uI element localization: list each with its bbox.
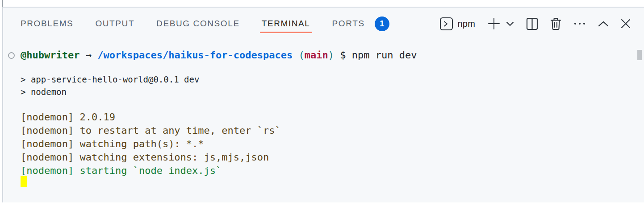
command-decoration-icon[interactable] <box>8 52 15 59</box>
tab-debug-console[interactable]: DEBUG CONSOLE <box>156 13 240 34</box>
npm-script-output: > app-service-hello-world@0.0.1 dev> nod… <box>21 73 199 98</box>
new-terminal-button[interactable] <box>487 17 501 30</box>
terminal-output-line: > nodemon <box>21 86 199 98</box>
prompt-cwd: /workspaces/haikus-for-codespaces <box>97 49 293 61</box>
editor-divider <box>2 0 3 7</box>
terminal-cursor <box>21 176 27 187</box>
ports-count-badge: 1 <box>375 16 389 31</box>
plus-icon <box>487 17 501 30</box>
terminal-output-line: [nodemon] 2.0.19 <box>21 111 281 124</box>
close-panel-button[interactable] <box>621 19 631 29</box>
new-terminal-group <box>487 17 514 30</box>
prompt-paren-close: ) <box>328 49 334 61</box>
launch-profile-dropdown[interactable] <box>506 21 514 26</box>
tab-ports[interactable]: PORTS <box>332 13 365 34</box>
terminal-output-line: [nodemon] watching path(s): *.* <box>21 137 281 151</box>
tab-ports-wrap: PORTS 1 <box>332 13 389 34</box>
terminal-output-line: [nodemon] to restart at any time, enter … <box>21 124 281 137</box>
panel-tabs: PROBLEMS OUTPUT DEBUG CONSOLE TERMINAL P… <box>21 13 389 34</box>
terminal-output-line: [nodemon] starting `node index.js` <box>21 164 281 177</box>
shell-label: npm <box>457 19 475 29</box>
maximize-panel-button[interactable] <box>598 21 609 27</box>
terminal-scrollbar-thumb[interactable] <box>637 50 642 60</box>
terminal-output-line: [nodemon] watching extensions: js,mjs,js… <box>21 151 281 164</box>
editor-area-above <box>0 0 644 7</box>
prompt-command: $ npm run dev <box>340 49 417 61</box>
tab-problems[interactable]: PROBLEMS <box>21 13 73 34</box>
trash-icon <box>550 17 561 30</box>
terminal-actions: npm <box>439 17 631 31</box>
prompt-user: @hubwriter <box>21 49 79 61</box>
ellipsis-icon <box>573 22 586 25</box>
chevron-down-icon <box>506 21 514 26</box>
prompt-git-branch: main <box>305 49 328 61</box>
split-terminal-button[interactable] <box>526 17 538 30</box>
terminal-icon <box>439 17 453 31</box>
close-icon <box>621 19 631 29</box>
terminal-output-line: > app-service-hello-world@0.0.1 dev <box>21 73 199 86</box>
tab-output[interactable]: OUTPUT <box>95 13 134 34</box>
terminal-prompt-line: @hubwriter → /workspaces/haikus-for-code… <box>21 49 417 62</box>
split-panel-icon <box>526 17 538 30</box>
shell-selector[interactable]: npm <box>439 17 475 31</box>
kill-terminal-button[interactable] <box>550 17 561 30</box>
tab-terminal[interactable]: TERMINAL <box>262 13 310 34</box>
prompt-arrow: → <box>86 49 92 61</box>
vscode-panel-region: PROBLEMS OUTPUT DEBUG CONSOLE TERMINAL P… <box>0 0 644 206</box>
more-actions-button[interactable] <box>573 22 586 25</box>
panel-tabbar: PROBLEMS OUTPUT DEBUG CONSOLE TERMINAL P… <box>3 8 644 40</box>
nodemon-output: [nodemon] 2.0.19[nodemon] to restart at … <box>21 111 281 177</box>
prompt-paren-open: ( <box>299 49 305 61</box>
chevron-up-icon <box>598 21 609 27</box>
